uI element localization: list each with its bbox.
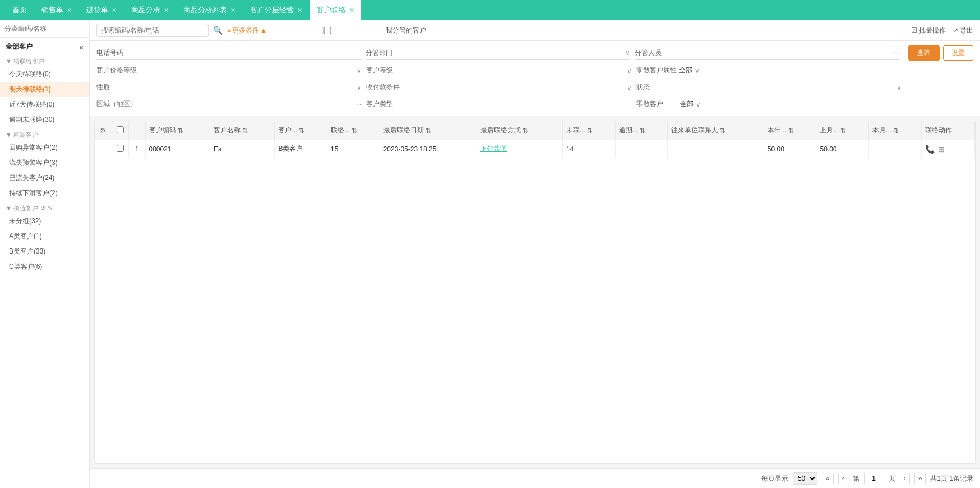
dept-field: 分管部门 ∨	[366, 47, 630, 60]
region-more-btn[interactable]: ···	[356, 100, 362, 108]
price-level-field: 客户价格等级 ∨	[96, 64, 362, 77]
last-page-button[interactable]: »	[914, 473, 926, 484]
edit-icon[interactable]: ✎	[48, 205, 53, 212]
sidebar-item-class-b[interactable]: B类客户(33)	[0, 244, 89, 259]
content-area: 🔍 ≡ 更多条件 ▲ 我分管的客户 ☑ 批量操作 ↗ 导出	[90, 20, 980, 488]
region-label: 区域（地区）	[96, 99, 137, 109]
sidebar-search-input[interactable]	[4, 25, 89, 33]
grid-action-icon[interactable]: ⊞	[938, 145, 945, 154]
batch-op-button[interactable]: ☑ 批量操作	[911, 26, 946, 35]
col-last-date[interactable]: 最后联络日期⇅	[380, 121, 477, 140]
retail-customer-field: 零散客户 全部 ∨	[636, 98, 902, 111]
row-contacts-person	[668, 140, 764, 158]
col-code[interactable]: 客户编码⇅	[145, 121, 210, 140]
col-this-month[interactable]: 本月...⇅	[869, 121, 922, 140]
sidebar-item-today[interactable]: 今天待联络(0)	[0, 67, 89, 82]
page-input[interactable]	[864, 473, 884, 484]
nature-dropdown[interactable]: ∨	[357, 84, 362, 91]
prev-page-button[interactable]: ‹	[838, 473, 848, 484]
filter-icon: ≡	[227, 26, 231, 34]
col-gear[interactable]: ⚙	[95, 121, 112, 140]
col-name[interactable]: 客户名称⇅	[210, 121, 274, 140]
close-icon[interactable]: ✕	[230, 7, 235, 14]
manager-label: 分管人员	[635, 48, 674, 58]
price-level-dropdown[interactable]: ∨	[357, 67, 362, 75]
retail-attr-dropdown[interactable]: ∨	[695, 67, 700, 75]
row-this-year: 50.00	[764, 140, 816, 158]
sidebar-item-tomorrow[interactable]: 明天待联络(1)	[0, 82, 89, 97]
refresh-icon[interactable]: ↺	[40, 205, 45, 212]
close-icon[interactable]: ✕	[349, 7, 354, 14]
retail-customer-label: 零散客户	[636, 99, 676, 109]
col-contacts[interactable]: 联络...⇅	[327, 121, 380, 140]
close-icon[interactable]: ✕	[164, 7, 169, 14]
nav-product-analysis-list[interactable]: 商品分析列表 ✕	[177, 0, 242, 20]
sidebar-item-churn-warning[interactable]: 流失预警客户(3)	[0, 155, 89, 171]
sidebar-item-7days[interactable]: 近7天待联络(0)	[0, 97, 89, 112]
data-table: ⚙ 客户编码⇅ 客户名称⇅ 客户...⇅	[95, 121, 975, 158]
close-icon[interactable]: ✕	[67, 7, 72, 14]
col-type[interactable]: 客户...⇅	[275, 121, 327, 140]
col-contacts-person[interactable]: 往来单位联系人⇅	[668, 121, 764, 140]
nav-sales[interactable]: 销售单 ✕	[35, 0, 78, 20]
query-button[interactable]: 查询	[908, 45, 940, 61]
search-button[interactable]: 🔍	[213, 26, 223, 35]
retail-attr-value: 全部	[679, 66, 692, 75]
dept-dropdown-arrow[interactable]: ∨	[625, 49, 630, 57]
manager-more-btn[interactable]: ···	[894, 49, 899, 57]
next-page-button[interactable]: ›	[900, 473, 910, 484]
my-customers-checkbox[interactable]: 我分管的客户	[271, 26, 426, 35]
sidebar-item-churned[interactable]: 已流失客户(24)	[0, 171, 89, 186]
col-last-month[interactable]: 上月...⇅	[816, 121, 869, 140]
sidebar-item-declining[interactable]: 持续下滑客户(2)	[0, 186, 89, 201]
sidebar-item-abnormal[interactable]: 回购异常客户(2)	[0, 140, 89, 155]
col-last-method[interactable]: 最后联络方式⇅	[477, 121, 563, 140]
row-select-checkbox[interactable]	[117, 145, 124, 152]
col-action: 联络动作	[921, 121, 974, 140]
nav-purchase[interactable]: 进货单 ✕	[80, 0, 123, 20]
col-not-contacted[interactable]: 未联...⇅	[562, 121, 615, 140]
customer-level-dropdown[interactable]: ∨	[627, 67, 632, 75]
nav-customer-tier[interactable]: 客户分层经营 ✕	[243, 0, 309, 20]
close-icon[interactable]: ✕	[297, 7, 302, 14]
status-dropdown[interactable]: ∨	[896, 84, 902, 91]
nav-customer-contact[interactable]: 客户联络 ✕	[310, 0, 361, 20]
search-input[interactable]	[96, 24, 209, 37]
close-icon[interactable]: ✕	[112, 7, 117, 14]
phone-action-icon[interactable]: 📞	[925, 145, 935, 154]
first-page-button[interactable]: «	[822, 473, 834, 484]
row-last-method[interactable]: 下销货单	[477, 140, 563, 158]
more-conditions-button[interactable]: ≡ 更多条件 ▲	[227, 26, 267, 35]
table-row: 1 000021 Ea B类客户 15 2023-05-23 18:25: 下销…	[95, 140, 975, 158]
export-button[interactable]: ↗ 导出	[953, 26, 973, 35]
col-checkbox	[112, 121, 128, 140]
nav-product-analysis[interactable]: 商品分析 ✕	[124, 0, 175, 20]
payment-dropdown[interactable]: ∨	[627, 84, 632, 91]
retail-customer-dropdown[interactable]: ∨	[696, 100, 701, 108]
phone-input[interactable]	[138, 49, 361, 57]
col-this-year[interactable]: 本年...⇅	[764, 121, 816, 140]
per-page-select[interactable]: 50	[793, 472, 817, 485]
settings-button[interactable]: 设置	[943, 45, 973, 61]
sidebar-item-class-c[interactable]: C类客户(6)	[0, 259, 89, 274]
sidebar-item-ungrouped[interactable]: 未分组(32)	[0, 214, 89, 229]
col-overdue[interactable]: 逾期...⇅	[615, 121, 668, 140]
sidebar: 🔍 全部客户 « ▼ 待联络客户 今天待联络(0) 明天待联络(1) 近7天待联…	[0, 20, 90, 488]
page-unit: 页	[889, 474, 895, 484]
row-name: Ea	[210, 140, 274, 158]
status-field: 状态 ∨	[636, 81, 902, 94]
sidebar-item-overdue[interactable]: 逾期未联络(30)	[0, 112, 89, 127]
price-level-label: 客户价格等级	[96, 66, 137, 75]
table-header-row: ⚙ 客户编码⇅ 客户名称⇅ 客户...⇅	[95, 121, 975, 140]
row-not-contacted: 14	[562, 140, 615, 158]
sidebar-all-customers[interactable]: 全部客户 «	[0, 38, 89, 54]
my-customers-check[interactable]	[271, 27, 383, 34]
data-table-container: ⚙ 客户编码⇅ 客户名称⇅ 客户...⇅	[94, 121, 976, 464]
row-last-date: 2023-05-23 18:25:	[380, 140, 477, 158]
filter-bar-right: ☑ 批量操作 ↗ 导出	[911, 26, 973, 35]
manager-field: 分管人员 ···	[635, 47, 899, 60]
select-all-checkbox[interactable]	[117, 126, 124, 133]
collapse-icon: «	[79, 43, 84, 52]
sidebar-item-class-a[interactable]: A类客户(1)	[0, 229, 89, 244]
nav-home[interactable]: 首页	[6, 0, 34, 20]
